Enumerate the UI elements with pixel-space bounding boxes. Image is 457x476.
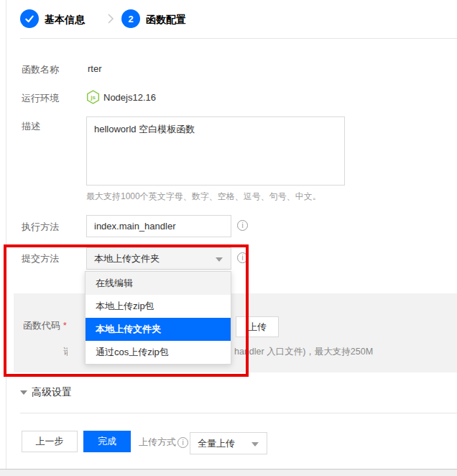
left-rule xyxy=(6,0,6,470)
step2-label: 函数配置 xyxy=(146,14,186,27)
submit-method-select[interactable]: 本地上传文件夹 xyxy=(86,247,231,270)
upload-button[interactable]: 上传 xyxy=(236,316,279,337)
chevron-right-icon xyxy=(105,12,116,25)
step1-done-badge xyxy=(20,9,39,28)
description-textarea[interactable]: helloworld 空白模板函数 xyxy=(86,116,345,186)
triangle-down-icon xyxy=(20,390,27,395)
description-helper-text: 最大支持1000个英文字母、数字、空格、逗号、句号、中文。 xyxy=(86,191,321,203)
upload-mode-label: 上传方式 xyxy=(139,436,176,449)
menu-item-cos-zip[interactable]: 通过cos上传zip包 xyxy=(86,341,231,364)
function-name-label: 函数名称 xyxy=(22,63,59,76)
check-icon xyxy=(24,13,35,24)
page-background-strip xyxy=(0,470,457,476)
info-icon[interactable] xyxy=(177,437,188,448)
nodejs-icon: js xyxy=(86,90,100,104)
submit-method-dropdown-menu: 在线编辑 本地上传zip包 本地上传文件夹 通过cos上传zip包 xyxy=(85,271,231,365)
handler-input[interactable] xyxy=(86,215,231,237)
function-code-label: 函数代码 * xyxy=(23,319,67,332)
upload-mode-label-group: 上传方式 xyxy=(139,436,188,449)
runtime-value: Nodejs12.16 xyxy=(103,92,156,103)
step2-number: 2 xyxy=(128,14,133,24)
submit-method-label: 提交方法 xyxy=(22,252,59,265)
description-label: 描述 xyxy=(22,120,40,133)
step2-number-badge: 2 xyxy=(121,9,140,28)
info-icon[interactable] xyxy=(237,252,248,263)
step1-label[interactable]: 基本信息 xyxy=(45,14,85,27)
svg-text:js: js xyxy=(90,94,96,101)
header-divider xyxy=(20,38,457,39)
runtime-label: 运行环境 xyxy=(22,92,59,105)
required-asterisk: * xyxy=(63,320,67,331)
footer-divider xyxy=(20,413,457,413)
upload-mode-select[interactable]: 全量上传 xyxy=(190,432,267,454)
advanced-settings-toggle[interactable]: 高级设置 xyxy=(32,386,72,399)
finish-button[interactable]: 完成 xyxy=(83,431,131,452)
menu-item-online-edit[interactable]: 在线编辑 xyxy=(86,272,231,295)
chevron-down-icon xyxy=(251,442,259,447)
handler-label: 执行方法 xyxy=(22,221,59,234)
function-create-page: 基本信息 2 函数配置 函数名称 rter 运行环境 js Nodejs12.1… xyxy=(0,0,457,476)
chevron-down-icon xyxy=(216,257,223,262)
info-icon[interactable] xyxy=(237,220,248,231)
menu-item-local-zip[interactable]: 本地上传zip包 xyxy=(86,295,231,318)
prev-step-button[interactable]: 上一步 xyxy=(22,431,78,452)
code-hint-clipped: 请 xyxy=(63,346,68,357)
submit-method-value: 本地上传文件夹 xyxy=(94,253,160,264)
function-name-value: rter xyxy=(88,63,102,74)
code-hint-text: handler 入口文件)，最大支持250M xyxy=(234,346,373,358)
upload-mode-value: 全量上传 xyxy=(198,438,235,449)
menu-item-local-folder[interactable]: 本地上传文件夹 xyxy=(86,318,231,341)
